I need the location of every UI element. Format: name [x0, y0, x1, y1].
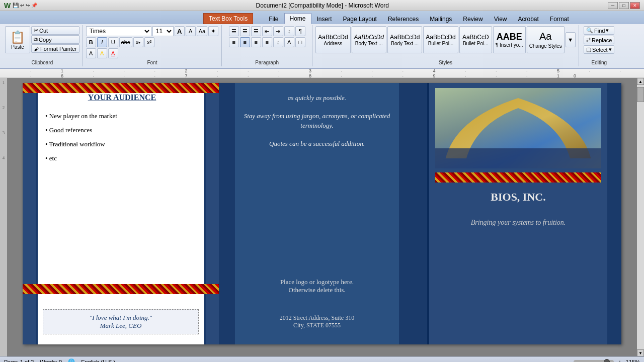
bold-button[interactable]: B — [86, 37, 96, 47]
panel-right-photo — [435, 88, 601, 168]
document-area[interactable]: YOUR AUDIENCE • New player on the market… — [7, 78, 637, 356]
right-scrollbar: ▲ ▼ — [637, 78, 644, 356]
tab-acrobat[interactable]: Acrobat — [512, 13, 544, 24]
text-effects-button[interactable]: A — [86, 48, 96, 58]
status-left: Page: 1 of 2 Words: 0 🌐 English (U.S.) — [4, 358, 115, 362]
align-left-button[interactable]: ≡ — [229, 37, 239, 47]
style-address-button[interactable]: AaBbCcDd Address — [315, 26, 350, 53]
format-painter-button[interactable]: 🖌 Format Painter — [31, 44, 79, 53]
panel-middle: as quickly as possible. Stay away from u… — [219, 83, 415, 344]
highlight-button[interactable]: A — [97, 48, 107, 58]
cut-button[interactable]: ✂ Cut — [31, 26, 79, 35]
editing-area: 🔍 Find ▾ ⇄ Replace ▢ Select ▾ — [584, 26, 614, 61]
justify-button[interactable]: ≡ — [262, 37, 272, 47]
line-spacing-button[interactable]: ↕ — [273, 37, 283, 47]
language-icon: 🌐 — [68, 358, 75, 362]
align-right-button[interactable]: ≡ — [251, 37, 261, 47]
font-family-select[interactable]: Times — [86, 26, 151, 36]
scroll-down-button[interactable]: ▼ — [637, 349, 644, 356]
margin-marker-4: 4 — [3, 155, 5, 160]
zoom-out-button[interactable]: − — [564, 359, 572, 363]
close-btn[interactable]: ✕ — [630, 2, 640, 9]
copy-icon: ⧉ — [34, 36, 38, 43]
bullet-item-1: • New player on the market — [45, 112, 199, 120]
ribbon: Text Box Tools File Home Insert Page Lay… — [0, 11, 644, 69]
scrollbar-thumb[interactable] — [637, 87, 644, 102]
grow-font-button[interactable]: A — [175, 26, 185, 36]
paste-button[interactable]: 📋 Paste — [5, 26, 30, 53]
tab-page-layout[interactable]: Page Layout — [338, 13, 382, 24]
zoom-in-button[interactable]: + — [616, 359, 624, 363]
increase-indent-button[interactable]: ⇥ — [273, 26, 283, 36]
margin-marker-2: 2 — [3, 105, 5, 110]
copy-button[interactable]: ⧉ Copy — [31, 35, 79, 44]
panel-left-title: YOUR AUDIENCE — [45, 93, 199, 102]
change-styles-button[interactable]: Aa Change Styles — [527, 26, 565, 53]
style-bullet2-preview: AaBbCcD — [462, 34, 489, 41]
panel-right: BIOS, INC. Bringing your systems to frui… — [415, 83, 621, 344]
tab-file[interactable]: File — [263, 13, 284, 24]
tab-insert[interactable]: Insert — [311, 13, 338, 24]
italic-button[interactable]: I — [97, 37, 107, 47]
panel-right-company: BIOS, INC. — [435, 191, 601, 204]
zoom-thumb[interactable] — [604, 359, 610, 363]
panel-middle-text2: Stay away from using jargon, acronyms, o… — [241, 111, 393, 131]
clear-formatting-button[interactable]: ✦ — [208, 26, 218, 36]
tab-mailings[interactable]: Mailings — [424, 13, 457, 24]
tab-home[interactable]: Home — [284, 13, 311, 24]
tab-textbox-tools[interactable]: Text Box Tools — [203, 13, 253, 24]
font-size-select[interactable]: 11 — [152, 26, 174, 36]
superscript-button[interactable]: x² — [144, 37, 154, 47]
border-button[interactable]: □ — [295, 37, 305, 47]
select-icon: ▢ — [586, 46, 591, 53]
para-row2: ≡ ≡ ≡ ≡ ↕ A □ — [229, 37, 305, 47]
status-right: − + 115% — [564, 359, 640, 363]
subscript-button[interactable]: x₂ — [133, 37, 143, 47]
font-color-button[interactable]: A — [108, 48, 118, 58]
tab-references[interactable]: References — [382, 13, 424, 24]
strikethrough-button[interactable]: abc — [119, 37, 132, 47]
style-bodytext1-button[interactable]: AaBbCcDd Body Text ... — [352, 26, 386, 53]
language-info: English (U.S.) — [81, 359, 115, 363]
find-icon: 🔍 — [586, 27, 593, 34]
style-bullet1-preview: AaBbCcDd — [426, 34, 455, 41]
tab-view[interactable]: View — [489, 13, 513, 24]
style-insert-preview: AABE — [497, 32, 522, 42]
show-hide-button[interactable]: ¶ — [295, 26, 305, 36]
replace-icon: ⇄ — [586, 37, 591, 43]
tab-format[interactable]: Format — [544, 13, 575, 24]
maximize-btn[interactable]: □ — [619, 2, 629, 9]
scroll-up-button[interactable]: ▲ — [637, 78, 644, 85]
style-bullet1-button[interactable]: AaBbCcDd Bullet Poi... — [423, 26, 458, 53]
title-bar: W 💾 ↩ ↪ 📌 Document2 [Compatibility Mode]… — [0, 0, 644, 11]
panel-right-tagline: Bringing your systems to fruition. — [435, 219, 601, 227]
styles-area: AaBbCcDd Address AaBbCcDd Body Text ... … — [315, 26, 576, 60]
panel-left: YOUR AUDIENCE • New player on the market… — [23, 83, 219, 344]
zoom-slider[interactable] — [574, 360, 614, 363]
tab-bar: Text Box Tools File Home Insert Page Lay… — [0, 11, 644, 24]
numbering-button[interactable]: ☰ — [240, 26, 250, 36]
select-button[interactable]: ▢ Select ▾ — [584, 45, 614, 54]
underline-button[interactable]: U — [108, 37, 118, 47]
shading-button[interactable]: A — [284, 37, 294, 47]
decrease-indent-button[interactable]: ⇤ — [262, 26, 272, 36]
clipboard-small-buttons: ✂ Cut ⧉ Copy 🖌 Format Painter — [31, 26, 79, 53]
change-styles-icon: Aa — [539, 31, 551, 42]
tab-review[interactable]: Review — [457, 13, 488, 24]
bullets-button[interactable]: ☰ — [229, 26, 239, 36]
quick-access: 💾 ↩ ↪ 📌 — [13, 3, 37, 8]
multilevel-button[interactable]: ☰ — [251, 26, 261, 36]
style-bullet2-button[interactable]: AaBbCcD Bullet Poi... — [459, 26, 492, 53]
center-button[interactable]: ≡ — [240, 37, 250, 47]
styles-expand-button[interactable]: ▼ — [566, 32, 576, 47]
change-case-button[interactable]: Aa — [197, 26, 207, 36]
scrollbar-track[interactable] — [637, 85, 644, 349]
shrink-font-button[interactable]: A — [186, 26, 196, 36]
style-insert-button[interactable]: AABE ¶ Insert yo... — [493, 26, 526, 53]
find-button[interactable]: 🔍 Find ▾ — [584, 26, 614, 35]
replace-button[interactable]: ⇄ Replace — [584, 36, 614, 44]
sort-button[interactable]: ↕ — [284, 26, 294, 36]
font-row2: B I U abc x₂ x² — [86, 37, 154, 47]
minimize-btn[interactable]: ─ — [608, 2, 618, 9]
style-bodytext2-button[interactable]: AaBbCcDd Body Text ... — [387, 26, 422, 53]
